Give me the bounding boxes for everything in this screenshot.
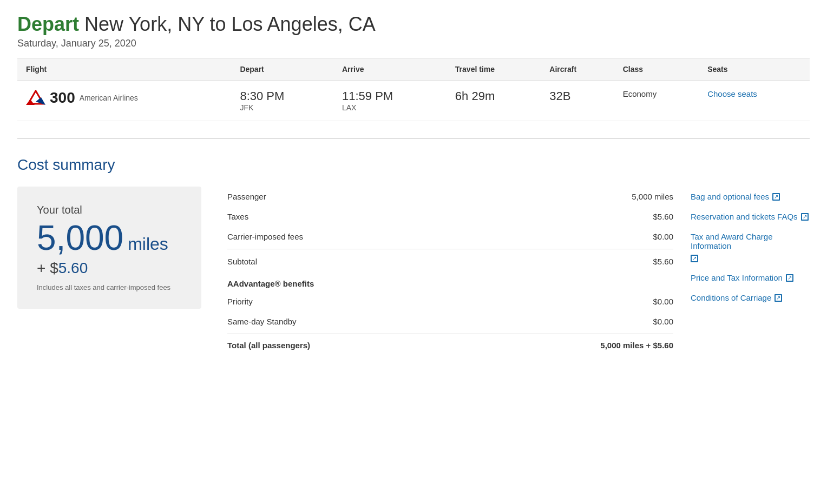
subtotal-value: $5.60 (653, 257, 673, 266)
tax-award-link[interactable]: Tax and Award Charge Information (691, 227, 799, 268)
external-icon (772, 193, 780, 201)
subtotal-label: Subtotal (227, 257, 257, 266)
reservation-faqs-label: Reservation and tickets FAQs (691, 212, 798, 221)
reservation-faqs-link[interactable]: Reservation and tickets FAQs (691, 207, 810, 227)
col-flight: Flight (17, 58, 231, 81)
subtotal-divider (227, 249, 673, 249)
links-column: Bag and optional fees Reservation and ti… (691, 187, 810, 356)
cost-details-with-links: Passenger 5,000 miles Taxes $5.60 Carrie… (227, 187, 810, 356)
external-icon (801, 213, 809, 221)
total-value: 5,000 miles + $5.60 (600, 341, 673, 350)
your-total-cash: + $5.60 (37, 260, 182, 277)
aircraft-code: 32B (549, 89, 570, 103)
external-icon (786, 274, 793, 282)
arrive-cell: 11:59 PM LAX (333, 81, 447, 121)
flight-number: 300 (50, 89, 75, 107)
col-seats: Seats (699, 58, 810, 81)
airline-name: American Airlines (80, 94, 138, 102)
class-cell: Economy (614, 81, 699, 121)
travel-time: 6h 29m (455, 89, 495, 103)
page-title: Depart New York, NY to Los Angeles, CA (17, 13, 810, 36)
carrier-fees-value: $0.00 (653, 232, 673, 241)
arrive-time: 11:59 PM (342, 89, 438, 103)
includes-text: Includes all taxes and carrier-imposed f… (37, 283, 182, 291)
plus-sign: + $ (37, 260, 58, 276)
bag-fees-link[interactable]: Bag and optional fees (691, 187, 810, 207)
miles-amount: 5,000 (37, 221, 123, 255)
priority-value: $0.00 (653, 297, 673, 306)
conditions-label: Conditions of Carriage (691, 293, 771, 302)
external-icon (691, 255, 698, 262)
cost-row-taxes: Taxes $5.60 (227, 207, 673, 227)
col-aircraft: Aircraft (541, 58, 614, 81)
bag-fees-label: Bag and optional fees (691, 192, 769, 201)
flight-number-cell: 300 American Airlines (26, 89, 222, 107)
carrier-fees-label: Carrier-imposed fees (227, 232, 303, 241)
cost-row-passenger: Passenger 5,000 miles (227, 187, 673, 207)
standby-value: $0.00 (653, 317, 673, 326)
miles-display: 5,000 miles (37, 221, 182, 255)
aircraft-cell: 32B (541, 81, 614, 121)
price-tax-link[interactable]: Price and Tax Information (691, 268, 810, 288)
flight-cell: 300 American Airlines (17, 81, 231, 121)
tax-award-label: Tax and Award Charge Information (691, 232, 799, 250)
class-name: Economy (623, 89, 657, 98)
travel-time-cell: 6h 29m (447, 81, 541, 121)
depart-time: 8:30 PM (240, 89, 325, 103)
flight-table: Flight Depart Arrive Travel time Aircraf… (17, 58, 810, 121)
depart-cell: 8:30 PM JFK (231, 81, 333, 121)
cost-row-total: Total (all passengers) 5,000 miles + $5.… (227, 334, 673, 356)
choose-seats-link[interactable]: Choose seats (707, 89, 757, 98)
cost-summary-layout: Your total 5,000 miles + $5.60 Includes … (17, 187, 810, 356)
conditions-link[interactable]: Conditions of Carriage (691, 288, 810, 308)
col-arrive: Arrive (333, 58, 447, 81)
section-divider (17, 138, 810, 139)
priority-label: Priority (227, 297, 253, 306)
page-subtitle: Saturday, January 25, 2020 (17, 38, 810, 49)
cost-row-priority: Priority $0.00 (227, 291, 673, 311)
table-row: 300 American Airlines 8:30 PM JFK 11:59 … (17, 81, 810, 121)
depart-airport: JFK (240, 103, 325, 112)
col-class: Class (614, 58, 699, 81)
cash-amount: 5.60 (58, 260, 88, 276)
depart-word: Depart (17, 13, 79, 35)
cost-row-standby: Same-day Standby $0.00 (227, 311, 673, 331)
passenger-value: 5,000 miles (632, 192, 673, 201)
cost-row-subtotal: Subtotal $5.60 (227, 251, 673, 271)
passenger-label: Passenger (227, 192, 266, 201)
page-header: Depart New York, NY to Los Angeles, CA S… (17, 13, 810, 49)
col-travel-time: Travel time (447, 58, 541, 81)
col-depart: Depart (231, 58, 333, 81)
route: New York, NY to Los Angeles, CA (84, 13, 376, 35)
table-header-row: Flight Depart Arrive Travel time Aircraf… (17, 58, 810, 81)
svg-marker-1 (26, 100, 35, 105)
cost-summary-title: Cost summary (17, 156, 810, 174)
cost-summary-section: Cost summary Your total 5,000 miles + $5… (17, 156, 810, 356)
aa-logo (26, 90, 45, 106)
seats-cell: Choose seats (699, 81, 810, 121)
miles-word: miles (128, 234, 168, 254)
taxes-label: Taxes (227, 212, 248, 221)
cost-row-carrier-fees: Carrier-imposed fees $0.00 (227, 227, 673, 247)
total-label: Total (all passengers) (227, 341, 310, 350)
benefits-title: AAdvantage® benefits (227, 271, 673, 291)
your-total-box: Your total 5,000 miles + $5.60 Includes … (17, 187, 201, 309)
external-icon (775, 294, 782, 302)
cost-items: Passenger 5,000 miles Taxes $5.60 Carrie… (227, 187, 673, 356)
taxes-value: $5.60 (653, 212, 673, 221)
arrive-airport: LAX (342, 103, 438, 112)
standby-label: Same-day Standby (227, 317, 297, 326)
price-tax-label: Price and Tax Information (691, 273, 783, 282)
your-total-label: Your total (37, 204, 182, 216)
